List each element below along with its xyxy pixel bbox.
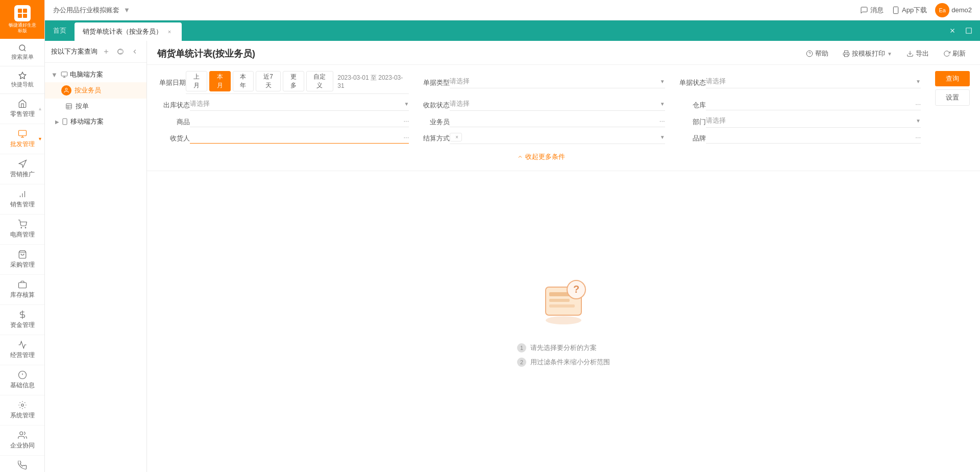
sidebar-item-purchase[interactable]: 采购管理 (0, 245, 44, 275)
tree-group-mobile: ▶ 移动端方案 (45, 114, 146, 129)
query-btn[interactable]: 查询 (935, 71, 970, 86)
message-icon (860, 6, 868, 14)
tree-group-pc-header[interactable]: ▼ 电脑端方案 (45, 67, 146, 82)
receiver-control[interactable]: ··· (190, 133, 409, 144)
date-btn-last-month[interactable]: 上月 (186, 71, 207, 91)
sidebar-item-sales[interactable]: 销售管理 (0, 184, 44, 215)
sidebar-item-basic-info[interactable]: 基础信息 (0, 365, 44, 395)
tab-maximize-btn[interactable] (962, 23, 976, 38)
date-btn-this-year[interactable]: 本年 (233, 71, 254, 91)
help-btn[interactable]: 帮助 (802, 47, 832, 60)
quick-nav-btn[interactable]: 快捷导航 (0, 66, 44, 94)
app-download-btn[interactable]: App下载 (892, 6, 927, 15)
filter-cell-out-status: 出库状态 请选择 ▼ (157, 99, 413, 111)
left-panel-header-actions (101, 46, 140, 57)
export-btn[interactable]: 导出 (902, 47, 933, 60)
receiver-input[interactable] (190, 133, 403, 141)
tab-close-window-btn[interactable] (945, 23, 960, 38)
svg-rect-3 (23, 14, 27, 18)
sidebar-item-finance[interactable]: 资金管理 (0, 305, 44, 335)
app-download-label: App下载 (902, 6, 927, 15)
refresh-icon (943, 50, 950, 57)
collapse-btn[interactable]: 收起更多条件 (517, 149, 565, 164)
tree-item-salesperson[interactable]: 按业务员 (45, 82, 146, 99)
tab-sales-stat[interactable]: 销货单统计表（按业务员） × (75, 22, 182, 41)
svg-marker-6 (19, 72, 26, 79)
step-1-num: 1 (517, 343, 526, 352)
product-dots[interactable]: ··· (403, 117, 409, 125)
warehouse-dots[interactable]: ··· (915, 100, 921, 108)
doc-status-select[interactable]: 请选择 ▼ (706, 77, 921, 88)
search-menu-btn[interactable]: 搜索菜单 (0, 39, 44, 66)
salesperson-control[interactable]: ··· (450, 117, 665, 127)
tree-item-by-order[interactable]: 按单 (45, 99, 146, 114)
svg-point-22 (19, 432, 22, 435)
sidebar-item-retail[interactable]: 零售管理 ▲ (0, 94, 44, 124)
date-btn-more[interactable]: 更多 (283, 71, 304, 91)
svg-rect-52 (549, 299, 570, 302)
warehouse-select[interactable]: ··· (706, 100, 921, 110)
dropdown-icon[interactable]: ▼ (124, 6, 130, 14)
print-btn[interactable]: 按模板打印 ▼ (839, 47, 896, 60)
sidebar-item-newbie[interactable]: 新手引导 (0, 456, 44, 472)
sidebar-item-inventory[interactable]: 库存核算 (0, 275, 44, 305)
sidebar-item-operations[interactable]: 经营管理 (0, 335, 44, 365)
svg-point-21 (21, 404, 23, 406)
refresh-btn[interactable]: 刷新 (939, 47, 970, 60)
svg-point-13 (21, 227, 22, 228)
brand-control[interactable]: ··· (706, 133, 921, 144)
empty-step-2: 2 用过滤条件来缩小分析范围 (517, 358, 610, 367)
sidebar-item-enterprise[interactable]: 企业协同 (0, 426, 44, 456)
empty-step-1: 1 请先选择要分析的方案 (517, 343, 610, 352)
left-panel-title: 按以下方案查询 (51, 47, 97, 56)
tab-home[interactable]: 首页 (45, 20, 75, 41)
filter-cell-doc-type: 单据类型 请选择 ▼ (413, 71, 669, 94)
tree-group-mobile-header[interactable]: ▶ 移动端方案 (45, 114, 146, 129)
doc-type-label: 单据类型 (417, 78, 450, 87)
sidebar-item-finance-label: 资金管理 (10, 321, 35, 329)
sidebar-item-marketing[interactable]: 营销推广 (0, 154, 44, 184)
doc-status-label: 单据状态 (673, 78, 706, 87)
salesperson-dots[interactable]: ··· (659, 117, 665, 125)
sidebar-item-retail-label: 零售管理 (10, 110, 35, 119)
print-dropdown-icon[interactable]: ▼ (887, 51, 892, 57)
brand-dots[interactable]: ··· (915, 133, 921, 141)
sidebar-item-wholesale[interactable]: 批发管理 ▼ (0, 124, 44, 154)
message-btn[interactable]: 消息 (860, 6, 884, 15)
date-btn-7days[interactable]: 近7天 (256, 71, 280, 91)
left-panel-header: 按以下方案查询 (45, 41, 146, 63)
sidebar-item-system[interactable]: 系统管理 (0, 395, 44, 426)
user-profile[interactable]: Ea demo2 (935, 3, 972, 17)
edit-scheme-btn[interactable] (115, 46, 126, 57)
sidebar-item-enterprise-label: 企业协同 (10, 441, 35, 450)
payment-arrow: ▼ (660, 134, 665, 140)
filter-row-date: 单据日期 上月 本月 本年 近7天 更多 自定义 2023-03-01 至 20… (157, 71, 925, 94)
dept-select[interactable]: 请选择 ▼ (706, 116, 921, 128)
doc-status-arrow: ▼ (916, 79, 921, 84)
out-status-select[interactable]: 请选择 ▼ (190, 99, 409, 111)
payment-tag-close[interactable]: × (455, 134, 458, 140)
collapse-panel-btn[interactable] (129, 46, 140, 57)
by-order-icon (65, 103, 72, 110)
filter-cell-payment: 结算方式 × ▼ (413, 133, 669, 144)
receive-status-select[interactable]: 请选择 ▼ (450, 99, 665, 111)
receiver-dots[interactable]: ··· (403, 133, 409, 141)
logo-icon (14, 5, 31, 21)
settings-btn[interactable]: 设置 (935, 89, 970, 106)
product-control[interactable]: ··· (190, 117, 409, 127)
add-scheme-btn[interactable] (101, 46, 112, 57)
doc-type-select[interactable]: 请选择 ▼ (450, 77, 665, 88)
date-btn-custom[interactable]: 自定义 (306, 71, 334, 91)
filter-cell-dept: 部门 请选择 ▼ (669, 116, 925, 128)
payment-select-area[interactable]: ▼ (464, 134, 665, 140)
dept-placeholder: 请选择 (706, 116, 726, 125)
message-label: 消息 (870, 6, 884, 15)
tab-home-label: 首页 (53, 26, 66, 35)
svg-rect-35 (61, 72, 67, 76)
wholesale-arrow: ▼ (38, 136, 42, 141)
sidebar-item-ecommerce[interactable]: 电商管理 (0, 215, 44, 245)
date-btn-this-month[interactable]: 本月 (209, 71, 231, 91)
svg-rect-53 (549, 304, 575, 308)
tab-close-btn[interactable]: × (165, 28, 174, 36)
user-avatar: Ea (935, 3, 949, 17)
